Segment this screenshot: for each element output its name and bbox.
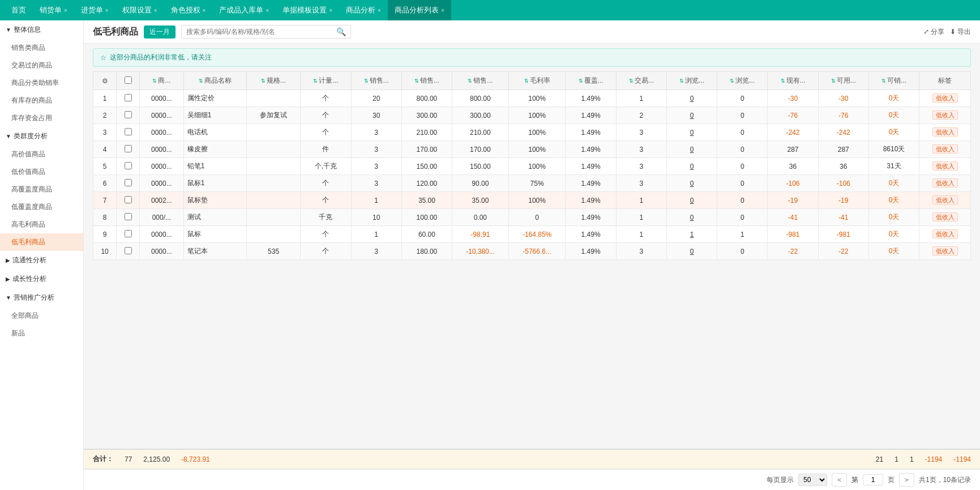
col-settings[interactable]: ⚙: [93, 72, 117, 90]
col-view2[interactable]: ⇅浏览...: [717, 72, 768, 90]
cell-view1[interactable]: 0: [666, 192, 717, 209]
col-sales-price[interactable]: ⇅销售...: [401, 72, 452, 90]
sidebar-group-marketing[interactable]: ▼ 营销推广分析: [0, 288, 83, 307]
select-all-checkbox[interactable]: [125, 76, 132, 84]
cell-view1[interactable]: 0: [666, 124, 717, 141]
col-coverage[interactable]: ⇅覆盖...: [566, 72, 616, 90]
sidebar-item-traded-goods[interactable]: 交易过的商品: [0, 57, 83, 74]
cell-name[interactable]: 铅笔1: [183, 158, 246, 175]
prev-page-button[interactable]: ＜: [832, 473, 847, 487]
col-name[interactable]: ⇅商品名称: [183, 72, 246, 90]
sidebar-item-low-margin[interactable]: 低毛利商品: [0, 233, 83, 251]
table-row: 7 0002... 鼠标垫 个 1 35.00 35.00 100% 1.49%…: [93, 192, 971, 209]
row-checkbox[interactable]: [125, 213, 132, 220]
cell-checkbox: [117, 141, 140, 158]
cell-name[interactable]: 测试: [183, 209, 246, 226]
row-checkbox[interactable]: [125, 230, 132, 237]
cell-transaction: 3: [616, 124, 666, 141]
cell-sellable: 0天: [868, 107, 919, 124]
nav-item-permissions[interactable]: 权限设置 ×: [115, 0, 164, 20]
cell-view1[interactable]: 0: [666, 107, 717, 124]
col-view1[interactable]: ⇅浏览...: [666, 72, 717, 90]
row-checkbox[interactable]: [125, 128, 132, 135]
row-checkbox[interactable]: [125, 247, 132, 254]
cell-name[interactable]: 鼠标1: [183, 175, 246, 192]
cell-view1[interactable]: 0: [666, 158, 717, 175]
nav-item-product-analysis-list[interactable]: 商品分析列表 ×: [388, 0, 451, 20]
page-number-input[interactable]: [863, 474, 883, 485]
col-unit[interactable]: ⇅计量...: [301, 72, 351, 90]
nav-item-product-analysis[interactable]: 商品分析 ×: [339, 0, 388, 20]
cell-view1[interactable]: 0: [666, 209, 717, 226]
col-gross-margin[interactable]: ⇅毛利率: [508, 72, 566, 90]
close-icon[interactable]: ×: [378, 7, 381, 14]
close-icon[interactable]: ×: [329, 7, 332, 14]
nav-item-home[interactable]: 首页: [5, 0, 33, 20]
cell-coverage: 1.49%: [566, 243, 616, 260]
close-icon[interactable]: ×: [203, 7, 206, 14]
cell-name[interactable]: 橡皮擦: [183, 141, 246, 158]
close-icon[interactable]: ×: [154, 7, 157, 14]
cell-view1[interactable]: 0: [666, 90, 717, 107]
sidebar-item-new-goods[interactable]: 新品: [0, 325, 83, 342]
cell-name[interactable]: 笔记本: [183, 243, 246, 260]
cell-sellable: 0天: [868, 124, 919, 141]
nav-item-template-settings[interactable]: 单据模板设置 ×: [276, 0, 339, 20]
cell-view1[interactable]: 1: [666, 226, 717, 243]
cell-view1[interactable]: 0: [666, 175, 717, 192]
row-checkbox[interactable]: [125, 111, 132, 118]
search-input[interactable]: [186, 28, 336, 36]
cell-name[interactable]: 属性定价: [183, 90, 246, 107]
col-spec[interactable]: ⇅规格...: [246, 72, 300, 90]
row-checkbox[interactable]: [125, 179, 132, 186]
sidebar-group-overall[interactable]: ▼ 整体信息: [0, 20, 83, 39]
sidebar-group-cluster[interactable]: ▼ 类群度分析: [0, 127, 83, 146]
sidebar-item-high-value[interactable]: 高价值商品: [0, 146, 83, 163]
close-icon[interactable]: ×: [105, 7, 109, 14]
cell-name[interactable]: 电话机: [183, 124, 246, 141]
row-checkbox[interactable]: [125, 196, 132, 203]
sidebar-item-high-margin[interactable]: 高毛利商品: [0, 216, 83, 233]
close-icon[interactable]: ×: [64, 7, 67, 14]
sidebar-item-all-goods[interactable]: 全部商品: [0, 307, 83, 325]
cell-current-stock: -41: [768, 209, 818, 226]
sidebar-item-high-coverage[interactable]: 高覆盖度商品: [0, 181, 83, 198]
search-icon[interactable]: 🔍: [336, 27, 346, 36]
page-size-select[interactable]: 50 100 200: [798, 474, 827, 486]
col-available[interactable]: ⇅可用...: [818, 72, 868, 90]
sidebar-item-stocked-goods[interactable]: 有库存的商品: [0, 92, 83, 109]
period-button[interactable]: 近一月: [144, 25, 176, 39]
tag-badge: 低收入: [932, 144, 958, 154]
next-page-button[interactable]: ＞: [899, 473, 914, 487]
cell-name[interactable]: 鼠标垫: [183, 192, 246, 209]
cell-view1[interactable]: 0: [666, 141, 717, 158]
sidebar-item-low-coverage[interactable]: 低覆盖度商品: [0, 198, 83, 216]
cell-name[interactable]: 鼠标: [183, 226, 246, 243]
nav-item-product-storage[interactable]: 产成品入库单 ×: [212, 0, 276, 20]
cell-view1[interactable]: 0: [666, 243, 717, 260]
sidebar-item-sales-goods[interactable]: 销售类商品: [0, 39, 83, 57]
sidebar-group-liquidity[interactable]: ▶ 流通性分析: [0, 251, 83, 270]
row-checkbox[interactable]: [125, 145, 132, 152]
close-icon[interactable]: ×: [266, 7, 269, 14]
sidebar-item-low-value[interactable]: 低价值商品: [0, 163, 83, 181]
col-transaction[interactable]: ⇅交易...: [616, 72, 666, 90]
close-icon[interactable]: ×: [441, 7, 444, 14]
col-code[interactable]: ⇅商...: [139, 72, 183, 90]
nav-item-roles[interactable]: 角色授权 ×: [164, 0, 213, 20]
col-sales-qty[interactable]: ⇅销售...: [351, 72, 401, 90]
row-checkbox[interactable]: [125, 162, 132, 169]
nav-item-purchase[interactable]: 进货单 ×: [74, 0, 115, 20]
share-button[interactable]: ⤢ 分享: [923, 27, 944, 37]
col-sellable[interactable]: ⇅可销...: [868, 72, 919, 90]
sidebar-item-category-sales[interactable]: 商品分类助销率: [0, 74, 83, 92]
row-checkbox[interactable]: [125, 94, 132, 101]
sidebar-item-stock-funds[interactable]: 库存资金占用: [0, 109, 83, 127]
footer-transaction: 21: [876, 455, 883, 463]
sidebar-group-growth[interactable]: ▶ 成长性分析: [0, 270, 83, 288]
col-sales-amount[interactable]: ⇅销售...: [452, 72, 509, 90]
col-current-stock[interactable]: ⇅现有...: [768, 72, 818, 90]
export-button[interactable]: ⬇ 导出: [950, 27, 971, 37]
nav-item-sales[interactable]: 销货单 ×: [33, 0, 74, 20]
cell-name[interactable]: 吴细细1: [183, 107, 246, 124]
